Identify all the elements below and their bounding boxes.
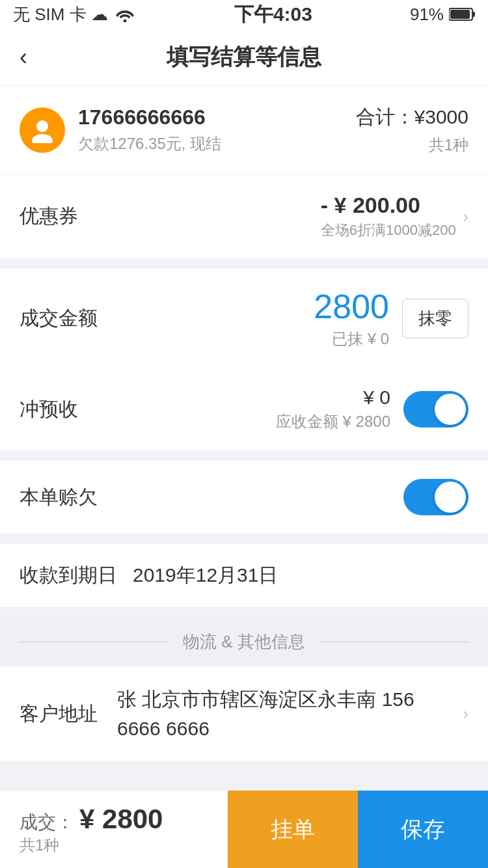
address-label: 客户地址 <box>20 701 98 727</box>
nav-bar: ‹ 填写结算等信息 <box>0 29 488 86</box>
bottom-bar: 成交： ¥ 2800 共1种 挂单 保存 <box>0 790 488 868</box>
sim-status: 无 SIM 卡 ☁ <box>13 3 108 26</box>
deal-label: 成交金额 <box>20 305 98 332</box>
coupon-discount: - ¥ 200.00 <box>321 193 456 218</box>
battery-percent: 91% <box>410 5 444 25</box>
coupon-info: - ¥ 200.00 全场6折满1000减200 <box>321 193 456 240</box>
divider-line-right <box>318 642 468 642</box>
prepay-toggle[interactable] <box>403 391 468 427</box>
debit-row: 本单赊欠 <box>0 461 488 534</box>
bottom-deal-label: 成交： <box>20 810 74 835</box>
avatar <box>20 107 65 153</box>
address-value: 张 北京市市辖区海淀区永丰南 156 6666 6666 <box>117 685 463 743</box>
coupon-right: - ¥ 200.00 全场6折满1000减200 › <box>321 193 468 240</box>
coupon-label: 优惠券 <box>20 203 78 230</box>
status-left: 无 SIM 卡 ☁ <box>13 3 137 26</box>
prepay-main: ¥ 0 <box>276 387 390 409</box>
customer-card: 17666666666 欠款1276.35元, 现结 合计：¥3000 共1种 … <box>0 86 488 258</box>
debit-label: 本单赊欠 <box>20 484 98 511</box>
deal-section: 成交金额 2800 已抹 ¥ 0 抹零 冲预收 ¥ 0 应收金额 ¥ 2800 <box>0 269 488 450</box>
deal-amount-right: 2800 已抹 ¥ 0 抹零 <box>314 287 468 349</box>
divider-line-left <box>20 642 170 642</box>
prepay-label: 冲预收 <box>20 396 78 423</box>
bottom-deal-row: 成交： ¥ 2800 <box>20 804 208 835</box>
svg-point-4 <box>36 120 48 132</box>
customer-phone: 17666666666 <box>78 105 221 129</box>
round-zero-button[interactable]: 抹零 <box>402 299 468 338</box>
status-bar: 无 SIM 卡 ☁ 下午4:03 91% <box>0 0 488 29</box>
debit-toggle-knob <box>435 481 466 513</box>
svg-rect-3 <box>450 10 470 19</box>
total-amount: 合计：¥3000 <box>356 104 468 131</box>
coupon-row[interactable]: 优惠券 - ¥ 200.00 全场6折满1000减200 › <box>0 174 488 258</box>
hang-button[interactable]: 挂单 <box>228 791 358 869</box>
due-date-value: 2019年12月31日 <box>133 562 278 589</box>
chevron-right-icon: › <box>463 206 468 227</box>
coupon-desc: 全场6折满1000减200 <box>321 221 456 240</box>
customer-total: 合计：¥3000 共1种 <box>356 104 468 156</box>
prepay-row: 冲预收 ¥ 0 应收金额 ¥ 2800 <box>0 368 488 450</box>
bottom-price: ¥ 2800 <box>79 804 163 835</box>
prepay-right: ¥ 0 应收金额 ¥ 2800 <box>276 387 468 432</box>
deal-amount-number: 2800 已抹 ¥ 0 <box>314 287 389 349</box>
prepay-amount: ¥ 0 应收金额 ¥ 2800 <box>276 387 390 432</box>
save-button[interactable]: 保存 <box>358 791 488 869</box>
logistics-label: 物流 & 其他信息 <box>183 631 305 653</box>
customer-info: 17666666666 欠款1276.35元, 现结 <box>20 105 221 154</box>
logistics-divider: 物流 & 其他信息 <box>0 617 488 666</box>
svg-rect-2 <box>472 12 475 17</box>
bottom-deal-info: 成交： ¥ 2800 共1种 <box>0 804 228 856</box>
deal-amount-main: 2800 <box>314 287 389 326</box>
total-count: 共1种 <box>356 135 468 156</box>
svg-point-0 <box>123 20 126 23</box>
back-button[interactable]: ‹ <box>20 44 27 71</box>
address-chevron-icon: › <box>463 703 468 724</box>
battery-icon <box>449 7 475 21</box>
bottom-count: 共1种 <box>20 835 208 856</box>
prepay-sub: 应收金额 ¥ 2800 <box>276 411 390 432</box>
deal-amount-row: 成交金额 2800 已抹 ¥ 0 抹零 <box>0 269 488 368</box>
deal-amount-sub: 已抹 ¥ 0 <box>314 329 389 349</box>
wifi-icon <box>113 7 137 22</box>
person-icon <box>29 117 55 143</box>
due-date-label: 收款到期日 <box>20 562 117 589</box>
customer-details: 17666666666 欠款1276.35元, 现结 <box>78 105 221 154</box>
customer-sub: 欠款1276.35元, 现结 <box>78 133 221 154</box>
debit-toggle[interactable] <box>403 479 468 515</box>
due-date-row: 收款到期日 2019年12月31日 <box>0 544 488 607</box>
address-row[interactable]: 客户地址 张 北京市市辖区海淀区永丰南 156 6666 6666 › <box>0 666 488 761</box>
status-time: 下午4:03 <box>234 1 312 28</box>
toggle-knob <box>435 394 466 425</box>
status-right: 91% <box>410 5 475 25</box>
page-title: 填写结算等信息 <box>167 42 321 72</box>
svg-point-5 <box>32 134 53 143</box>
